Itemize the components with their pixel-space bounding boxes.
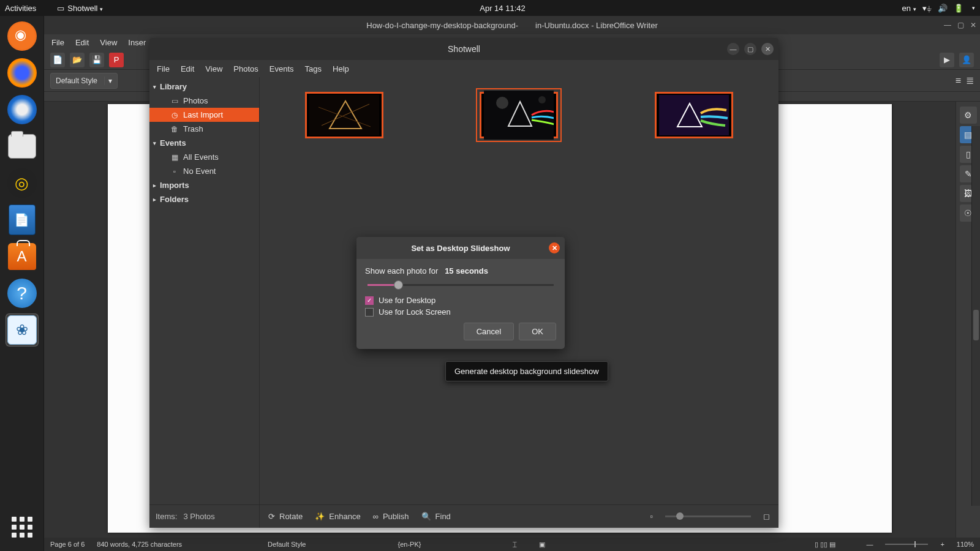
lo-menu-file[interactable]: File: [51, 38, 64, 47]
sw-menu-help[interactable]: Help: [333, 64, 349, 73]
lo-status-zoom[interactable]: 110%: [957, 541, 974, 548]
volume-icon: 🔊: [938, 4, 948, 13]
ok-tooltip: Generate desktop background slideshow: [445, 361, 608, 381]
dock-rhythmbox[interactable]: ◎: [6, 167, 39, 200]
calendar-icon: ▦: [170, 153, 179, 162]
dock-writer[interactable]: 📄: [6, 203, 39, 236]
sw-menu-view[interactable]: View: [205, 64, 222, 73]
sidebar-events[interactable]: Events: [149, 136, 259, 150]
lo-menu-insert[interactable]: Inser: [128, 38, 146, 47]
shotwell-menubar: File Edit View Photos Events Tags Help: [149, 60, 778, 77]
dock-help[interactable]: ?: [6, 277, 39, 310]
dialog-close-icon[interactable]: ✕: [549, 242, 560, 253]
sidebar-folders[interactable]: Folders: [149, 192, 259, 206]
lo-list-bullet-icon[interactable]: ≡: [956, 75, 961, 86]
duration-slider[interactable]: [368, 284, 554, 286]
find-icon: 🔍: [421, 512, 431, 521]
dock-show-apps[interactable]: [6, 511, 39, 544]
dock: ◎ 📄 A ? ❀: [0, 16, 44, 551]
checkbox-icon: [365, 308, 374, 317]
lo-status-words: 840 words, 4,725 characters: [97, 541, 182, 548]
dock-thunderbird[interactable]: [6, 93, 39, 126]
dialog-title: Set as Desktop Slideshow: [411, 244, 510, 253]
dock-files[interactable]: [6, 130, 39, 163]
sw-menu-file[interactable]: File: [157, 64, 170, 73]
rotate-button[interactable]: ⟳Rotate: [268, 512, 303, 521]
sw-close-icon[interactable]: ✕: [761, 43, 774, 55]
lo-user-icon[interactable]: 👤: [959, 53, 974, 67]
sidebar-no-event[interactable]: ▫No Event: [149, 164, 259, 178]
photos-icon: ▭: [170, 97, 179, 105]
use-desktop-checkbox[interactable]: ✓ Use for Desktop: [365, 296, 556, 305]
lo-maximize-icon[interactable]: ▢: [957, 21, 964, 29]
sidebar-trash[interactable]: 🗑Trash: [149, 122, 259, 136]
lo-title-right: in-Ubuntu.docx - LibreOffice Writer: [535, 21, 658, 30]
zoom-large-icon[interactable]: ◻: [763, 512, 770, 521]
lo-new-icon[interactable]: 📄: [50, 53, 65, 67]
sw-menu-photos[interactable]: Photos: [233, 64, 258, 73]
lo-paragraph-style[interactable]: Default Style▾: [50, 73, 118, 89]
libreoffice-statusbar: Page 6 of 6 840 words, 4,725 characters …: [44, 538, 980, 551]
dock-ubuntu[interactable]: [6, 20, 39, 53]
sidebar-photos[interactable]: ▭Photos: [149, 94, 259, 108]
lo-title-left: How-do-I-change-my-desktop-background-: [366, 21, 518, 30]
use-lockscreen-checkbox[interactable]: Use for Lock Screen: [365, 307, 556, 317]
cancel-button[interactable]: Cancel: [464, 323, 514, 340]
lo-view-icons[interactable]: ▯ ▯▯ ▤: [815, 541, 835, 549]
lo-panel-settings-icon[interactable]: ⚙: [960, 107, 977, 124]
sidebar-imports[interactable]: Imports: [149, 178, 259, 192]
sidebar-last-import[interactable]: ◷Last Import: [149, 108, 259, 122]
enhance-button[interactable]: ✨Enhance: [315, 512, 360, 521]
sidebar-all-events[interactable]: ▦All Events: [149, 150, 259, 164]
lo-vscrollbar[interactable]: [971, 126, 980, 506]
activities-button[interactable]: Activities: [5, 4, 36, 13]
lo-status-page: Page 6 of 6: [50, 541, 85, 548]
status-area[interactable]: en▾ ▾⏚ 🔊 🔋 ▾: [902, 4, 975, 13]
battery-icon: 🔋: [954, 4, 963, 13]
shotwell-bottombar: Items: 3 Photos ⟳Rotate ✨Enhance ∞Publis…: [149, 504, 778, 528]
sw-menu-events[interactable]: Events: [270, 64, 294, 73]
app-menu[interactable]: ▭Shotwell▾: [57, 4, 103, 13]
publish-button[interactable]: ∞Publish: [373, 512, 409, 521]
lo-status-lang: {en-PK}: [398, 541, 421, 548]
sidebar-library[interactable]: Library: [149, 80, 259, 94]
lo-minimize-icon[interactable]: —: [944, 21, 951, 29]
dock-firefox[interactable]: [6, 56, 39, 89]
sw-menu-edit[interactable]: Edit: [181, 64, 194, 73]
enhance-icon: ✨: [315, 512, 325, 521]
lo-zoom-in-icon[interactable]: +: [940, 541, 944, 548]
lang-indicator[interactable]: en▾: [902, 4, 916, 13]
rotate-icon: ⟳: [268, 512, 275, 521]
shotwell-titlebar: Shotwell — ▢ ✕: [149, 38, 778, 60]
zoom-small-icon[interactable]: ▫: [650, 512, 653, 521]
sw-minimize-icon[interactable]: —: [727, 43, 739, 55]
shotwell-sidebar: Library ▭Photos ◷Last Import 🗑Trash Even…: [149, 77, 260, 504]
slideshow-dialog: Set as Desktop Slideshow ✕ Show each pho…: [356, 237, 565, 349]
checkbox-checked-icon: ✓: [365, 296, 374, 305]
dock-shotwell[interactable]: ❀: [6, 313, 39, 347]
lo-open-icon[interactable]: 📂: [70, 53, 85, 67]
ok-button[interactable]: OK: [519, 323, 556, 340]
lo-close-icon[interactable]: ✕: [970, 21, 976, 29]
trash-icon: 🗑: [170, 125, 179, 133]
lo-menu-view[interactable]: View: [100, 38, 117, 47]
dock-software[interactable]: A: [6, 240, 39, 273]
noevent-icon: ▫: [170, 167, 179, 176]
sw-menu-tags[interactable]: Tags: [305, 64, 322, 73]
sw-maximize-icon[interactable]: ▢: [744, 43, 756, 55]
lo-menu-edit[interactable]: Edit: [75, 38, 89, 47]
lo-zoom-out-icon[interactable]: —: [866, 541, 873, 548]
find-button[interactable]: 🔍Find: [421, 512, 451, 521]
thumbnail-zoom-slider[interactable]: [665, 515, 751, 517]
lo-pdf-icon[interactable]: P: [109, 53, 124, 67]
photo-thumb-3[interactable]: [655, 92, 733, 138]
clock[interactable]: Apr 14 11:42: [480, 4, 525, 13]
clock-icon: ◷: [170, 111, 179, 119]
lo-save-icon[interactable]: 💾: [89, 53, 104, 67]
lo-play-icon[interactable]: ▶: [940, 53, 954, 67]
lo-list-number-icon[interactable]: ≣: [966, 75, 974, 86]
photo-thumb-1[interactable]: [305, 92, 383, 138]
photo-thumb-2[interactable]: [480, 92, 558, 138]
publish-icon: ∞: [373, 512, 379, 521]
network-icon: ▾⏚: [922, 4, 932, 13]
